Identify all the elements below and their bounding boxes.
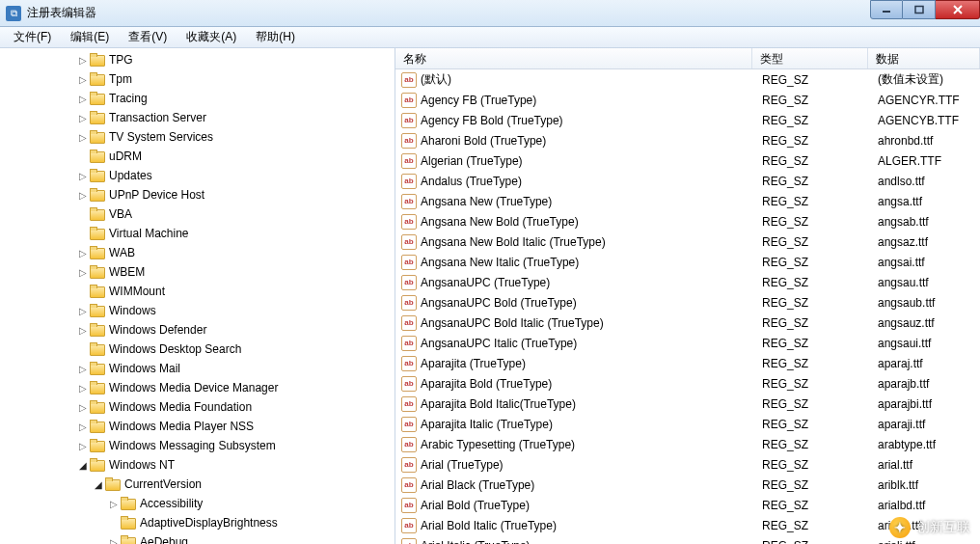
minimize-button[interactable] [870, 0, 903, 19]
tree-item[interactable]: ▷Windows Defender [0, 320, 395, 340]
tree-panel[interactable]: ▷TPG▷Tpm▷Tracing▷Transaction Server▷TV S… [0, 48, 395, 544]
column-type[interactable]: 类型 [752, 48, 868, 68]
expand-icon[interactable]: ▷ [77, 267, 88, 278]
tree-item[interactable]: ▷WBEM [0, 262, 395, 282]
expand-icon[interactable]: ▷ [77, 171, 88, 181]
list-row[interactable]: abAgency FB Bold (TrueType)REG_SZAGENCYB… [395, 110, 980, 130]
list-row[interactable]: abAngsana New Bold Italic (TrueType)REG_… [395, 231, 980, 252]
tree-item[interactable]: ▷TPG [0, 50, 395, 69]
expand-icon[interactable]: ▷ [108, 537, 119, 545]
tree-item[interactable]: ▷Virtual Machine [0, 224, 395, 243]
cell-name: Angsana New (TrueType) [421, 195, 762, 208]
menu-edit[interactable]: 编辑(E) [61, 27, 119, 47]
tree-item[interactable]: ▷AdaptiveDisplayBrightness [0, 513, 395, 532]
list-row[interactable]: abAngsanaUPC (TrueType)REG_SZangsau.ttf [395, 272, 980, 292]
list-row[interactable]: abAparajita Bold (TrueType)REG_SZaparajb… [395, 373, 980, 394]
expand-icon[interactable]: ▷ [77, 402, 88, 413]
cell-name: Aparajita Bold Italic(TrueType) [421, 397, 762, 411]
expand-icon[interactable]: ▷ [77, 248, 88, 258]
tree-item[interactable]: ▷Windows [0, 301, 395, 320]
expand-icon[interactable]: ▷ [77, 132, 88, 143]
list-row[interactable]: abArial Black (TrueType)REG_SZariblk.ttf [395, 475, 980, 495]
cell-name: Angsana New Italic (TrueType) [421, 256, 762, 269]
tree-item[interactable]: ▷TV System Services [0, 127, 395, 147]
cell-data: angsaui.ttf [878, 337, 980, 350]
tree-item[interactable]: ▷Windows Messaging Subsystem [0, 436, 395, 455]
menu-favorites[interactable]: 收藏夹(A) [177, 27, 246, 47]
string-value-icon: ab [401, 255, 417, 270]
expand-icon[interactable]: ▷ [77, 113, 88, 123]
cell-type: REG_SZ [762, 195, 878, 208]
cell-type: REG_SZ [762, 519, 878, 532]
maximize-button[interactable] [903, 0, 936, 19]
list-row[interactable]: abAngsana New (TrueType)REG_SZangsa.ttf [395, 191, 980, 211]
list-row[interactable]: abAharoni Bold (TrueType)REG_SZahronbd.t… [395, 130, 980, 150]
tree-item[interactable]: ▷Windows Media Device Manager [0, 378, 395, 397]
expand-icon[interactable]: ▷ [77, 383, 88, 394]
list-row[interactable]: abAndalus (TrueType)REG_SZandlso.ttf [395, 171, 980, 191]
tree-item[interactable]: ◢Windows NT [0, 455, 395, 475]
column-data[interactable]: 数据 [868, 48, 980, 68]
folder-icon [90, 285, 105, 298]
list-row[interactable]: abArial Bold (TrueType)REG_SZarialbd.ttf [395, 495, 980, 515]
list-row[interactable]: abArial Italic (TrueType)REG_SZariali.tt… [395, 535, 980, 544]
tree-item[interactable]: ▷UPnP Device Host [0, 185, 395, 204]
cell-name: AngsanaUPC Italic (TrueType) [421, 337, 762, 350]
tree-item[interactable]: ▷uDRM [0, 147, 395, 166]
tree-item[interactable]: ◢CurrentVersion [0, 475, 395, 494]
tree-item[interactable]: ▷Accessibility [0, 494, 395, 513]
string-value-icon: ab [401, 477, 417, 493]
list-row[interactable]: ab(默认)REG_SZ(数值未设置) [395, 69, 980, 90]
menu-file[interactable]: 文件(F) [4, 27, 61, 47]
folder-icon [90, 381, 105, 394]
string-value-icon: ab [401, 518, 417, 533]
list-row[interactable]: abArial Bold Italic (TrueType)REG_SZaria… [395, 515, 980, 535]
expand-icon[interactable]: ▷ [77, 306, 88, 316]
collapse-icon[interactable]: ◢ [93, 479, 103, 490]
expand-icon[interactable]: ▷ [77, 190, 88, 201]
close-button[interactable] [936, 0, 980, 19]
cell-name: (默认) [421, 71, 762, 88]
column-name[interactable]: 名称 [395, 48, 752, 68]
tree-item-label: TPG [109, 53, 133, 67]
menu-view[interactable]: 查看(V) [119, 27, 177, 47]
menu-help[interactable]: 帮助(H) [246, 27, 305, 47]
collapse-icon[interactable]: ◢ [77, 460, 88, 471]
list-row[interactable]: abAgency FB (TrueType)REG_SZAGENCYR.TTF [395, 90, 980, 110]
tree-item[interactable]: ▷WAB [0, 243, 395, 262]
list-row[interactable]: abArabic Typesetting (TrueType)REG_SZara… [395, 434, 980, 454]
list-row[interactable]: abAngsana New Italic (TrueType)REG_SZang… [395, 252, 980, 272]
expand-icon[interactable]: ▷ [77, 55, 88, 66]
tree-item[interactable]: ▷Updates [0, 166, 395, 185]
expand-icon[interactable]: ▷ [77, 325, 88, 336]
list-row[interactable]: abAparajita (TrueType)REG_SZaparaj.ttf [395, 353, 980, 373]
list-row[interactable]: abAparajita Italic (TrueType)REG_SZapara… [395, 414, 980, 434]
expand-icon[interactable]: ▷ [77, 74, 88, 85]
list-row[interactable]: abAparajita Bold Italic(TrueType)REG_SZa… [395, 394, 980, 414]
expand-icon[interactable]: ▷ [77, 364, 88, 374]
tree-item[interactable]: ▷Windows Media Foundation [0, 397, 395, 417]
tree-item[interactable]: ▷AeDebug [0, 532, 395, 544]
cell-name: Arial Bold (TrueType) [421, 499, 762, 512]
tree-item[interactable]: ▷Tpm [0, 69, 395, 89]
folder-icon [90, 265, 105, 279]
list-row[interactable]: abAlgerian (TrueType)REG_SZALGER.TTF [395, 150, 980, 171]
tree-item[interactable]: ▷VBA [0, 204, 395, 224]
list-body[interactable]: ab(默认)REG_SZ(数值未设置)abAgency FB (TrueType… [395, 69, 980, 544]
tree-item[interactable]: ▷Windows Desktop Search [0, 340, 395, 359]
expand-icon[interactable]: ▷ [108, 499, 119, 509]
tree-item-label: Windows [109, 304, 156, 317]
tree-item[interactable]: ▷Transaction Server [0, 108, 395, 127]
tree-item[interactable]: ▷WIMMount [0, 282, 395, 301]
tree-item[interactable]: ▷Windows Mail [0, 359, 395, 378]
list-row[interactable]: abAngsana New Bold (TrueType)REG_SZangsa… [395, 211, 980, 231]
expand-icon[interactable]: ▷ [77, 94, 88, 104]
list-row[interactable]: abAngsanaUPC Bold (TrueType)REG_SZangsau… [395, 292, 980, 313]
list-row[interactable]: abAngsanaUPC Bold Italic (TrueType)REG_S… [395, 313, 980, 333]
list-row[interactable]: abAngsanaUPC Italic (TrueType)REG_SZangs… [395, 333, 980, 353]
expand-icon[interactable]: ▷ [77, 441, 88, 451]
tree-item[interactable]: ▷Tracing [0, 89, 395, 108]
list-row[interactable]: abArial (TrueType)REG_SZarial.ttf [395, 454, 980, 475]
expand-icon[interactable]: ▷ [77, 422, 88, 432]
tree-item[interactable]: ▷Windows Media Player NSS [0, 417, 395, 436]
